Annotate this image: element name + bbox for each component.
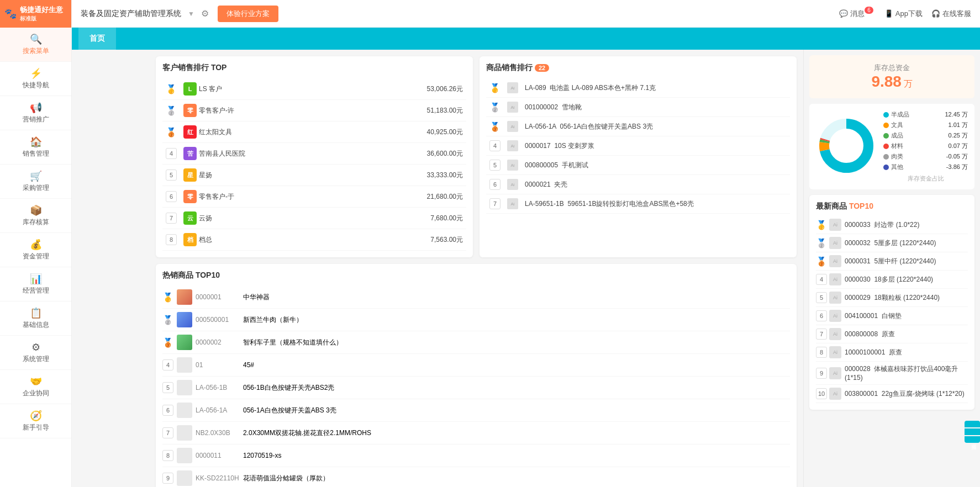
legend-value: -3.86 万 xyxy=(937,163,968,171)
hot-products-title: 热销商品 TOP10 xyxy=(162,271,790,280)
sidebar-item-marketing[interactable]: 📢 营销推广 xyxy=(0,96,71,130)
sidebar-label-basic: 基础信息 xyxy=(23,320,49,330)
sidebar-item-finance[interactable]: 💰 资金管理 xyxy=(0,233,71,267)
product-thumb: Ai xyxy=(829,273,841,285)
customer-ranking-table: 🥇 LLS 客户 53,006.26元 🥈 零零售客户-许 51,183.00元… xyxy=(162,78,466,251)
sidebar-item-basic-info[interactable]: 📋 基础信息 xyxy=(0,301,71,336)
product-thumb: Ai xyxy=(829,219,841,231)
sidebar-label-system: 系统管理 xyxy=(23,354,49,364)
new-products-title: 最新商品 TOP10 xyxy=(816,202,968,211)
sales-icon: 🏠 xyxy=(30,136,42,148)
sidebar-item-cooperation[interactable]: 🤝 企业协同 xyxy=(0,370,71,404)
headset-icon: 🎧 xyxy=(931,9,940,18)
product-rank: 10 xyxy=(816,388,826,399)
legend-value: 1.01 万 xyxy=(937,121,968,129)
settings-icon[interactable]: ⚙ xyxy=(201,8,209,19)
stock-value: 9.88 xyxy=(871,73,902,90)
stock-caption: 库存资金占比 xyxy=(883,174,968,183)
quick-nav-icon: ⚡ xyxy=(30,67,42,80)
sidebar-label-quick: 快捷导航 xyxy=(23,81,49,90)
hot-product-name: 056-1A白色按键开关盖ABS 3壳 xyxy=(243,406,336,415)
logo-icon: 🐾 xyxy=(4,8,17,20)
sidebar-item-quick-nav[interactable]: ⚡ 快捷导航 xyxy=(0,62,71,96)
hot-product-code: 000500001 xyxy=(196,316,240,324)
legend-item: 其他 -3.86 万 xyxy=(883,163,968,171)
product-rank: 9 xyxy=(816,368,826,379)
legend-item: 文具 1.01 万 xyxy=(883,121,968,129)
legend-item: 肉类 -0.05 万 xyxy=(883,152,968,161)
list-item: 🥈 000500001 新西兰牛肉（新牛） xyxy=(162,309,790,331)
cooperation-icon: 🤝 xyxy=(30,375,42,388)
legend-item: 半成品 12.45 万 xyxy=(883,110,968,119)
table-row: 6 零零售客户-于 21,680.00元 xyxy=(162,186,466,208)
sidebar-item-operations[interactable]: 📊 经营管理 xyxy=(0,267,71,301)
product-thumb: Ai xyxy=(829,388,841,400)
product-name: 0000033 封边带 (1.0*22) xyxy=(845,220,968,230)
sidebar-item-guide[interactable]: 🧭 新手引导 xyxy=(0,404,71,438)
app-download-item[interactable]: 📱 App下载 xyxy=(884,9,923,19)
customer-ranking-card: 客户销售排行 TOP 🥇 LLS 客户 53,006.26元 🥈 零零售客户-许… xyxy=(156,56,473,257)
list-item: 9 Ai 0000028 体械嘉枝味苏打饮品400毫升 (1*15) xyxy=(816,362,968,385)
list-item: 8 0000011 12070519-xs xyxy=(162,444,790,467)
float-live[interactable]: 直播 xyxy=(965,436,980,443)
product-rank: 7 xyxy=(816,329,826,340)
sidebar-item-purchase[interactable]: 🛒 采购管理 xyxy=(0,165,71,199)
product-thumb xyxy=(177,470,192,486)
tab-home[interactable]: 首页 xyxy=(78,28,116,50)
stock-unit: 万 xyxy=(904,79,913,88)
sidebar-item-sales[interactable]: 🏠 销售管理 xyxy=(0,130,71,165)
sidebar-label-guide: 新手引导 xyxy=(23,423,49,432)
legend-dot xyxy=(883,144,889,149)
sidebar-item-inventory[interactable]: 📦 库存核算 xyxy=(0,199,71,233)
list-item: 🥉 Ai 0000031 5厘中纤 (1220*2440) xyxy=(816,252,968,271)
hot-product-code: NB2.0X30B xyxy=(196,429,240,437)
product-rank: 5 xyxy=(816,292,826,303)
messages-item[interactable]: 💬 消息 6 xyxy=(839,9,876,19)
product-name: 0000032 5厘多层 (1220*2440) xyxy=(845,239,968,248)
logo-title: 畅捷通好生意 xyxy=(20,5,63,15)
product-thumb xyxy=(177,289,192,305)
table-row: 6 Ai 0000021 夹壳 xyxy=(486,175,790,194)
float-community[interactable]: 服务社区 xyxy=(965,428,980,435)
online-service-label: 在线客服 xyxy=(942,9,971,19)
hot-product-code: LA-056-1A xyxy=(196,406,240,414)
legend-dot xyxy=(883,165,889,170)
trial-button[interactable]: 体验行业方案 xyxy=(218,6,278,22)
list-item: 7 Ai 000800008 原查 xyxy=(816,325,968,343)
legend-item: 材料 0.07 万 xyxy=(883,142,968,150)
dropdown-arrow-icon[interactable]: ▼ xyxy=(188,10,194,18)
sidebar-item-system[interactable]: ⚙ 系统管理 xyxy=(0,336,71,370)
topbar-right: 💬 消息 6 📱 App下载 🎧 在线客服 xyxy=(839,9,971,19)
message-icon: 💬 xyxy=(839,9,848,18)
sidebar-label-cooperation: 企业协同 xyxy=(23,389,49,398)
table-row: 5 Ai 000800005 手机测试 xyxy=(486,156,790,175)
sidebar-label-purchase: 采购管理 xyxy=(23,183,49,193)
legend-value: 0.07 万 xyxy=(937,142,968,150)
hot-product-code: 0000002 xyxy=(196,338,240,346)
list-item: 10 Ai 003800001 22g鱼豆腐-烧烤味 (1*12*20) xyxy=(816,385,968,403)
product-thumb: Ai xyxy=(829,292,841,304)
stock-total-value: 9.88 万 xyxy=(817,73,967,91)
product-thumb xyxy=(177,357,192,373)
product-rank: 8 xyxy=(816,347,826,358)
legend-dot xyxy=(883,112,889,118)
online-service-item[interactable]: 🎧 在线客服 xyxy=(931,9,971,19)
table-row: 4 苦苦南县人民医院 36,600.00元 xyxy=(162,143,466,165)
hot-product-code: LA-056-1B xyxy=(196,384,240,391)
sidebar-label-inventory: 库存核算 xyxy=(23,218,49,227)
hot-product-code: KK-SD22110H xyxy=(196,474,240,482)
logo-subtitle: 标准版 xyxy=(20,15,63,23)
float-customer-service[interactable]: 客服热线 xyxy=(965,421,980,427)
product-thumb xyxy=(177,312,192,327)
product-thumb: Ai xyxy=(829,346,841,358)
table-row: 🥉 Ai LA-056-1A 056-1A白色按键开关盖ABS 3壳 xyxy=(486,117,790,136)
product-name: 10000100001 原查 xyxy=(845,348,968,357)
table-row: 4 Ai 0000017 10S 变刺罗浆 xyxy=(486,136,790,156)
nav-tabs: 首页 xyxy=(72,28,980,50)
sidebar-label-operations: 经营管理 xyxy=(23,286,49,295)
sidebar-item-search[interactable]: 🔍 搜索菜单 xyxy=(0,28,71,62)
product-thumb: Ai xyxy=(829,367,841,379)
topbar: 装备及固定资产辅助管理系统 ▼ ⚙ 体验行业方案 💬 消息 6 📱 App下载 … xyxy=(72,0,980,28)
list-item: 🥉 0000002 智利车子里（规格不知道填什么） xyxy=(162,331,790,354)
marketing-icon: 📢 xyxy=(30,102,42,114)
